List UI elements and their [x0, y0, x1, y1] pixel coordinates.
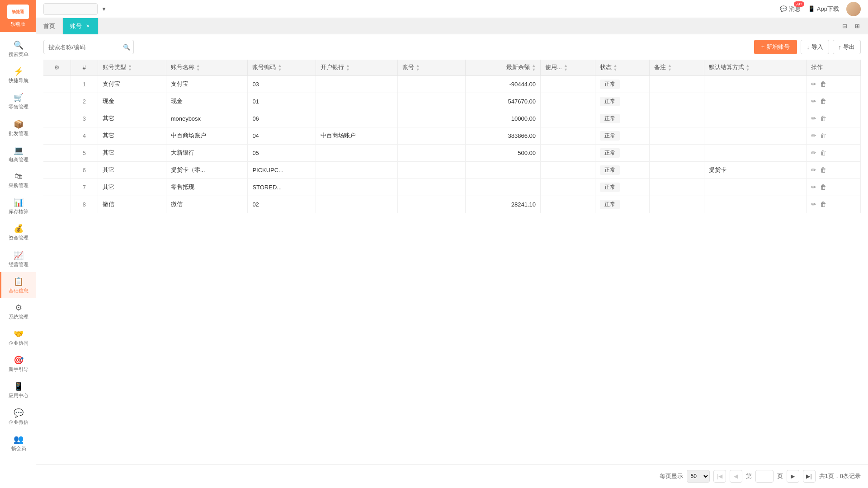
row-use-6	[541, 161, 595, 178]
sidebar-item-system[interactable]: ⚙ 系统管理	[0, 298, 36, 324]
user-avatar[interactable]	[846, 2, 861, 16]
delete-button-8[interactable]: 🗑	[820, 201, 826, 208]
prev-page-button[interactable]: ◀	[730, 470, 742, 483]
row-settings-4	[43, 127, 71, 144]
row-bank-7	[316, 178, 398, 196]
delete-button-1[interactable]: 🗑	[820, 80, 826, 88]
name-column-header[interactable]: 账号名称▲▼	[166, 60, 248, 75]
dropdown-arrow-icon: ▼	[101, 6, 107, 12]
edit-button-8[interactable]: ✏	[811, 201, 816, 208]
row-balance-6	[466, 161, 541, 178]
tab-account[interactable]: 账号✕	[63, 18, 99, 34]
header-right: 💬 消息 99+ 📱 App下载	[780, 2, 861, 16]
message-button[interactable]: 💬 消息 99+	[780, 5, 801, 13]
row-note-1	[650, 75, 704, 93]
settlement-column-header[interactable]: 默认结算方式▲▼	[704, 60, 806, 75]
app-download-button[interactable]: 📱 App下载	[808, 5, 839, 13]
sidebar-label-ecommerce: 电商管理	[9, 157, 28, 163]
row-note-5	[650, 144, 704, 161]
edit-button-4[interactable]: ✏	[811, 132, 816, 139]
page-size-select[interactable]: 102050100	[687, 470, 710, 483]
delete-button-2[interactable]: 🗑	[820, 98, 826, 105]
import-button[interactable]: ↓ 导入	[801, 40, 829, 54]
status-column-header[interactable]: 状态▲▼	[595, 60, 650, 75]
row-type-5: 其它	[98, 144, 166, 161]
delete-button-4[interactable]: 🗑	[820, 132, 826, 139]
row-index-5: 5	[71, 144, 98, 161]
sidebar-label-enterprise-agreement: 企业协同	[9, 340, 28, 346]
sidebar-item-retail[interactable]: 🛒 零售管理	[0, 88, 36, 114]
sidebar-item-finance[interactable]: 💰 资金管理	[0, 219, 36, 245]
row-bank-1	[316, 75, 398, 93]
first-page-button[interactable]: |◀	[713, 470, 726, 483]
row-code-1: 03	[248, 75, 316, 93]
sidebar-item-inventory[interactable]: 📊 库存核算	[0, 193, 36, 219]
export-button[interactable]: ↑ 导出	[833, 40, 861, 54]
row-index-8: 8	[71, 196, 98, 213]
sidebar-item-ecommerce[interactable]: 💻 电商管理	[0, 141, 36, 167]
edit-button-2[interactable]: ✏	[811, 98, 816, 105]
search-wrap: 🔍	[43, 40, 134, 54]
sidebar-icon-member: 👥	[14, 434, 24, 444]
tab-home[interactable]: 首页	[36, 18, 63, 34]
sidebar-item-app-center[interactable]: 📱 应用中心	[0, 377, 36, 403]
note-column-header[interactable]: 备注▲▼	[650, 60, 704, 75]
sidebar-item-operations[interactable]: 📈 经营管理	[0, 246, 36, 272]
add-account-button[interactable]: + 新增账号	[754, 40, 797, 54]
delete-button-7[interactable]: 🗑	[820, 183, 826, 191]
header-dropdown[interactable]: ▼	[101, 6, 107, 12]
sidebar-item-enterprise-wechat[interactable]: 💬 企业微信	[0, 404, 36, 430]
row-code-7: STORED...	[248, 178, 316, 196]
bank-column-header[interactable]: 开户银行▲▼	[316, 60, 398, 75]
row-settlement-1	[704, 75, 806, 93]
last-page-button[interactable]: ▶|	[803, 470, 816, 483]
row-status-5: 正常	[595, 144, 650, 161]
edit-button-7[interactable]: ✏	[811, 183, 816, 191]
account-column-header[interactable]: 账号▲▼	[397, 60, 466, 75]
sidebar-icon-inventory: 📊	[14, 197, 24, 207]
sidebar-item-basic-info[interactable]: 📋 基础信息	[0, 272, 36, 298]
delete-button-3[interactable]: 🗑	[820, 115, 826, 122]
code-column-header[interactable]: 账号编码▲▼	[248, 60, 316, 75]
sidebar-item-wholesale[interactable]: 📦 批发管理	[0, 115, 36, 141]
row-code-3: 06	[248, 110, 316, 127]
row-settlement-5	[704, 144, 806, 161]
tab-close-account[interactable]: ✕	[85, 23, 91, 29]
search-icon[interactable]: 🔍	[123, 44, 130, 51]
edit-button-6[interactable]: ✏	[811, 166, 816, 174]
maximize-button[interactable]: ⊞	[852, 21, 863, 32]
row-account-3	[397, 110, 466, 127]
minimize-button[interactable]: ⊟	[839, 21, 850, 32]
row-settings-2	[43, 93, 71, 110]
sidebar-item-search-menu[interactable]: 🔍 搜索菜单	[0, 36, 36, 62]
row-use-8	[541, 196, 595, 213]
balance-column-header[interactable]: 最新余额▲▼	[466, 60, 541, 75]
edit-button-1[interactable]: ✏	[811, 80, 816, 88]
delete-button-6[interactable]: 🗑	[820, 166, 826, 174]
delete-button-5[interactable]: 🗑	[820, 149, 826, 156]
sidebar-item-purchase[interactable]: 🛍 采购管理	[0, 167, 36, 193]
type-column-header[interactable]: 账号类型▲▼	[98, 60, 166, 75]
use-column-header[interactable]: 使用...▲▼	[541, 60, 595, 75]
header-search-input[interactable]	[43, 3, 98, 15]
row-settlement-3	[704, 110, 806, 127]
sidebar-item-member[interactable]: 👥 畅会员	[0, 430, 36, 456]
row-code-2: 01	[248, 93, 316, 110]
row-note-3	[650, 110, 704, 127]
page-toolbar: 🔍 + 新增账号 ↓ 导入 ↑ 导出	[36, 34, 868, 60]
logo-image: 畅捷通	[7, 5, 29, 19]
table-row: 2 现金 现金 01 547670.00 正常 ✏ 🗑	[43, 93, 861, 110]
sidebar-item-quick-nav[interactable]: ⚡ 快捷导航	[0, 62, 36, 88]
search-input[interactable]	[43, 40, 134, 54]
edit-button-3[interactable]: ✏	[811, 115, 816, 122]
app-sub-name: 乐燕版	[10, 21, 25, 28]
row-balance-1: -90444.00	[466, 75, 541, 93]
sidebar-item-guide[interactable]: 🎯 新手引导	[0, 351, 36, 377]
row-balance-7	[466, 178, 541, 196]
edit-button-5[interactable]: ✏	[811, 149, 816, 156]
row-index-2: 2	[71, 93, 98, 110]
current-page-input[interactable]: 1	[755, 470, 774, 483]
next-page-button[interactable]: ▶	[787, 470, 799, 483]
settings-column-header[interactable]: ⚙	[43, 60, 71, 75]
sidebar-item-enterprise-agreement[interactable]: 🤝 企业协同	[0, 324, 36, 351]
